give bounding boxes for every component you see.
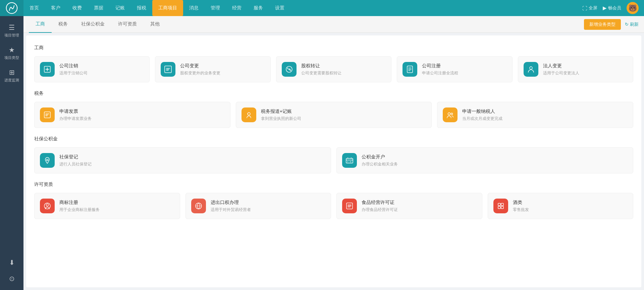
general-taxpayer-title: 申请一般纳税人 <box>462 108 628 115</box>
fund-account-icon <box>342 153 357 168</box>
tab-bar: 工商 税务 社保公积金 许可资质 其他 新增业务类型 ↻ 刷新 <box>23 16 644 33</box>
food-license-desc: 办理食品经营许可证 <box>362 207 477 213</box>
tab-industry[interactable]: 工商 <box>29 16 52 33</box>
company-register-icon <box>402 62 417 77</box>
card-legal-change[interactable]: 法人变更 适用于公司变更法人 <box>518 56 633 82</box>
svg-point-5 <box>287 68 288 69</box>
svg-point-6 <box>290 70 291 71</box>
tab-social-fund[interactable]: 社保公积金 <box>74 16 111 33</box>
alcohol-title: 酒类 <box>513 200 628 206</box>
social-register-icon <box>40 153 55 168</box>
legal-change-desc: 适用于公司变更法人 <box>543 70 628 76</box>
card-general-taxpayer[interactable]: 申请一般纳税人 当月或次月成变更完成 <box>437 102 633 128</box>
invoice-apply-info: 申请发票 办理申请发票业务 <box>59 108 225 122</box>
svg-point-13 <box>451 113 453 115</box>
company-cancel-icon <box>40 62 55 77</box>
equity-transfer-title: 股权转让 <box>301 63 386 69</box>
card-food-license[interactable]: 食品经营许可证 办理食品经营许可证 <box>336 193 482 219</box>
trademark-desc: 用于企业商标注册服务 <box>59 207 174 213</box>
refresh-button[interactable]: ↻ 刷新 <box>625 21 639 27</box>
license-cards: 商标注册 用于企业商标注册服务 进出口权办理 <box>34 193 633 219</box>
nav-tax[interactable]: 报税 <box>131 0 152 16</box>
svg-rect-22 <box>501 203 503 206</box>
equity-transfer-icon <box>282 62 297 77</box>
company-change-desc: 股权变更外的业务变更 <box>180 70 265 76</box>
card-equity-transfer[interactable]: 股权转让 公司变更需要股权转让 <box>276 56 391 82</box>
section-tax: 税务 申请发票 办理申请发票业务 <box>34 90 633 128</box>
progress-monitor-icon: ⊞ <box>9 68 15 76</box>
card-tax-report[interactable]: 税务报道+记账 拿到营业执照的新公司 <box>236 102 432 128</box>
social-register-desc: 进行人员社保登记 <box>59 161 325 167</box>
card-fund-account[interactable]: 公积金开户 办理公积金相关业务 <box>336 147 633 173</box>
nav-message[interactable]: 消息 <box>183 0 205 16</box>
tab-tax[interactable]: 税务 <box>52 16 74 33</box>
general-taxpayer-info: 申请一般纳税人 当月或次月成变更完成 <box>462 108 628 122</box>
legal-change-info: 法人变更 适用于公司变更法人 <box>543 63 628 76</box>
food-license-title: 食品经营许可证 <box>362 200 477 206</box>
download-icon: ⬇ <box>9 259 15 267</box>
import-export-info: 进出口权办理 适用于对外贸易经营者 <box>211 200 326 213</box>
svg-point-11 <box>247 114 248 115</box>
card-import-export[interactable]: 进出口权办理 适用于对外贸易经营者 <box>185 193 331 219</box>
sidebar-item-download[interactable]: ⬇ <box>0 255 23 271</box>
company-register-desc: 申请公司注册全流程 <box>422 70 506 76</box>
company-cancel-info: 公司注销 适用于注销公司 <box>59 63 144 76</box>
tax-report-icon <box>241 107 256 122</box>
nav-settings[interactable]: 设置 <box>269 0 290 16</box>
card-company-cancel[interactable]: 公司注销 适用于注销公司 <box>34 56 150 82</box>
fund-account-info: 公积金开户 办理公积金相关业务 <box>362 154 628 167</box>
sidebar-item-progress-monitor[interactable]: ⊞ 进度监测 <box>0 64 23 87</box>
company-cancel-title: 公司注销 <box>59 63 144 69</box>
logo[interactable] <box>0 0 23 16</box>
svg-point-18 <box>46 204 49 206</box>
trademark-title: 商标注册 <box>59 200 174 206</box>
card-company-register[interactable]: 公司注册 申请公司注册全流程 <box>397 56 512 82</box>
avatar[interactable]: 🐻 <box>627 2 639 14</box>
import-export-desc: 适用于对外贸易经营者 <box>211 207 326 213</box>
svg-point-12 <box>448 113 450 115</box>
tab-other[interactable]: 其他 <box>144 16 166 33</box>
legal-change-icon <box>524 62 538 77</box>
nav-fees[interactable]: 收费 <box>66 0 88 16</box>
play-icon: ▶ <box>603 5 607 11</box>
tab-license[interactable]: 许可资质 <box>111 16 144 33</box>
nav-service[interactable]: 服务 <box>248 0 269 16</box>
location-icon: ⊙ <box>9 275 15 283</box>
card-alcohol[interactable]: 酒类 零售批发 <box>488 193 634 219</box>
equity-transfer-desc: 公司变更需要股权转让 <box>301 70 386 76</box>
section-industry-title: 工商 <box>34 45 633 51</box>
company-cancel-desc: 适用于注销公司 <box>59 70 144 76</box>
general-taxpayer-desc: 当月或次月成变更完成 <box>462 116 628 122</box>
invoice-apply-desc: 办理申请发票业务 <box>59 116 225 122</box>
card-invoice-apply[interactable]: 申请发票 办理申请发票业务 <box>34 102 230 128</box>
nav-operation[interactable]: 经营 <box>226 0 248 16</box>
nav-accounting[interactable]: 记账 <box>109 0 131 16</box>
sidebar-item-location[interactable]: ⊙ <box>0 271 23 287</box>
fullscreen-button[interactable]: ⛶ 全屏 <box>582 5 597 11</box>
svg-rect-21 <box>498 203 500 206</box>
card-social-register[interactable]: 社保登记 进行人员社保登记 <box>34 147 331 173</box>
nav-bills[interactable]: 票据 <box>88 0 109 16</box>
invoice-apply-icon <box>40 107 55 122</box>
card-trademark[interactable]: 商标注册 用于企业商标注册服务 <box>34 193 180 219</box>
nav-home[interactable]: 首页 <box>23 0 45 16</box>
member-button[interactable]: ▶ 畅会员 <box>603 5 621 11</box>
sidebar-item-project-management[interactable]: ☰ 项目管理 <box>0 19 23 42</box>
sidebar-item-project-type[interactable]: ★ 项目类型 <box>0 42 23 64</box>
svg-rect-24 <box>501 206 503 209</box>
alcohol-info: 酒类 零售批发 <box>513 200 628 213</box>
add-business-type-button[interactable]: 新增业务类型 <box>584 19 621 30</box>
nav-customer[interactable]: 客户 <box>45 0 66 16</box>
section-social: 社保公积金 社保登记 进行人员社保登记 <box>34 136 633 173</box>
svg-rect-14 <box>346 158 353 163</box>
legal-change-title: 法人变更 <box>543 63 628 69</box>
svg-rect-23 <box>498 206 500 209</box>
card-company-change[interactable]: 公司变更 股权变更外的业务变更 <box>155 56 270 82</box>
section-tax-title: 税务 <box>34 90 633 96</box>
tax-report-desc: 拿到营业执照的新公司 <box>261 116 426 122</box>
nav-industry[interactable]: 工商项目 <box>152 0 183 16</box>
section-industry: 工商 公司注销 适用于注销公司 <box>34 45 633 82</box>
section-license-title: 许可资质 <box>34 182 633 188</box>
company-register-info: 公司注册 申请公司注册全流程 <box>422 63 506 76</box>
nav-manage[interactable]: 管理 <box>205 0 226 16</box>
